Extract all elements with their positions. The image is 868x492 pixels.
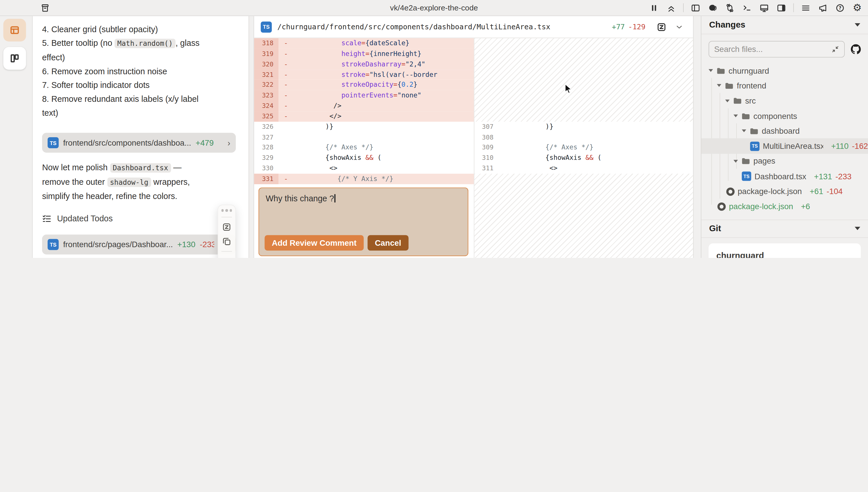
diff-row[interactable]: 328 {/* Axes */} — [254, 143, 473, 153]
line-number[interactable]: 320 — [254, 59, 278, 69]
copy-icon[interactable] — [222, 237, 231, 246]
diff-row[interactable]: 310 {showAxis && ( — [474, 153, 693, 163]
drag-handle[interactable] — [221, 209, 232, 212]
line-number[interactable]: 325 — [254, 111, 278, 122]
typescript-icon: TS — [750, 141, 759, 151]
play-icon[interactable] — [222, 256, 231, 258]
kanban-tab-button[interactable] — [3, 47, 26, 70]
tree-item-multilinearea-tsx[interactable]: TSMultiLineArea.tsx+110-162 — [701, 139, 868, 154]
chat-bubble-icon[interactable] — [707, 3, 718, 13]
panel-left-icon[interactable] — [690, 3, 701, 13]
collapse-up-icon[interactable] — [666, 3, 676, 13]
caret-down-icon[interactable] — [734, 115, 738, 118]
diff-view-icon[interactable] — [222, 222, 231, 231]
pause-icon[interactable] — [649, 3, 659, 13]
tree-item-dashboard-tsx[interactable]: TSDashboard.tsx+131-233 — [701, 169, 868, 184]
diff-row[interactable]: 323- pointerEvents="none" — [254, 90, 473, 101]
diff-row[interactable]: 320- strokeDasharray="2,4" — [254, 59, 473, 69]
line-number[interactable]: 310 — [474, 153, 498, 163]
line-number[interactable]: 319 — [254, 49, 278, 59]
line-number[interactable]: 329 — [254, 153, 278, 163]
terminal-icon[interactable] — [742, 3, 752, 13]
diff-row[interactable]: 319- height={innerHeight} — [254, 49, 473, 59]
line-number[interactable]: 318 — [254, 38, 278, 49]
line-number[interactable]: 309 — [474, 143, 498, 153]
search-files-input[interactable]: Search files... — [709, 41, 845, 57]
tree-item-churnguard[interactable]: churnguard — [701, 63, 868, 78]
gear-icon[interactable]: ⚙ — [852, 3, 863, 13]
diff-row[interactable]: 326 )} — [254, 122, 473, 132]
tree-item-components[interactable]: components — [701, 108, 868, 124]
diff-header: TS /churnguard/frontend/src/components/d… — [254, 16, 693, 38]
diff-row[interactable]: 322- strokeOpacity={0.2} — [254, 80, 473, 90]
diff-row[interactable]: 308 — [474, 132, 693, 143]
caret-down-icon[interactable] — [717, 84, 721, 87]
tree-item-src[interactable]: src — [701, 93, 868, 108]
monitor-icon[interactable] — [759, 3, 769, 13]
line-number[interactable]: 311 — [474, 163, 498, 174]
review-comment-box[interactable]: Why this change ?Add Review CommentCance… — [259, 188, 468, 256]
assistant-numbered-list: 4. Cleaner grid (subtler opacity)5. Bett… — [42, 22, 237, 120]
diff-row[interactable]: 327 — [254, 132, 473, 143]
diff-row[interactable]: 318- scale={dateScale} — [254, 38, 473, 49]
menu-icon[interactable] — [800, 3, 811, 13]
change-marker: - — [278, 80, 293, 90]
diff-row[interactable]: 330 <> — [254, 163, 473, 174]
text-caret — [335, 194, 335, 202]
tree-item-frontend[interactable]: frontend — [701, 78, 868, 93]
cancel-button[interactable]: Cancel — [368, 235, 408, 250]
help-icon[interactable]: ? — [835, 3, 845, 13]
github-cat-icon[interactable] — [850, 44, 861, 55]
line-number[interactable]: 321 — [254, 69, 278, 80]
line-number[interactable]: 327 — [254, 132, 278, 143]
diff-row[interactable]: 321- stroke="hsl(var(--border — [254, 69, 473, 80]
diff-row[interactable]: 309 {/* Axes */} — [474, 143, 693, 153]
diff-row[interactable]: 331- {/* Y Axis */} — [254, 174, 473, 184]
file-name: package-lock.json — [738, 187, 802, 196]
chat-panel: 4. Cleaner grid (subtler opacity)5. Bett… — [32, 16, 249, 258]
diff-row[interactable]: 307 )} — [474, 122, 693, 132]
line-number[interactable]: 324 — [254, 101, 278, 111]
chevron-right-icon: › — [228, 138, 231, 147]
change-marker — [278, 163, 293, 174]
chevron-down-icon[interactable] — [675, 23, 683, 31]
git-repo-card: churnguard main 1 ••• Open PR #7 — [709, 243, 861, 258]
caret-down-icon[interactable] — [709, 69, 713, 72]
file-chip[interactable]: TS frontend/src/pages/Dashboar... +130 -… — [42, 235, 236, 255]
tree-item-dashboard[interactable]: dashboard — [701, 124, 868, 139]
package-lock-icon — [717, 202, 726, 211]
updated-todos-row[interactable]: Updated Todos — [42, 214, 237, 223]
diff-row[interactable]: 325- </> — [254, 111, 473, 122]
megaphone-icon[interactable] — [818, 3, 828, 13]
package-lock-icon — [726, 188, 734, 196]
search-collapse-icon[interactable] — [831, 45, 839, 53]
line-number[interactable]: 330 — [254, 163, 278, 174]
comment-text-input[interactable]: Why this change ? — [259, 188, 467, 208]
diff-row[interactable]: 311 <> — [474, 163, 693, 174]
caret-down-icon[interactable] — [725, 99, 729, 102]
line-number[interactable]: 331 — [254, 174, 278, 184]
git-section-header[interactable]: Git — [701, 220, 868, 238]
line-number[interactable]: 307 — [474, 122, 498, 132]
assistant-message: Now let me polish Dashboard.tsx —remove … — [42, 161, 237, 203]
diff-view-icon[interactable] — [657, 22, 666, 32]
changes-section-header[interactable]: Changes — [701, 16, 868, 34]
diff-row[interactable]: 329 {showAxis && ( — [254, 153, 473, 163]
tree-item-pages[interactable]: pages — [701, 154, 868, 169]
panel-right-icon[interactable] — [776, 3, 787, 13]
tree-item-package-lock-json[interactable]: package-lock.json+61-104 — [701, 184, 868, 199]
git-compare-icon[interactable] — [725, 3, 735, 13]
line-number[interactable]: 323 — [254, 90, 278, 101]
caret-down-icon[interactable] — [742, 130, 746, 132]
tree-item-package-lock-json[interactable]: package-lock.json+6 — [701, 199, 868, 214]
add-review-comment-button[interactable]: Add Review Comment — [264, 235, 364, 250]
file-chip[interactable]: TS frontend/src/components/dashboa... +4… — [42, 133, 236, 153]
archive-icon[interactable] — [40, 3, 50, 13]
line-number[interactable]: 328 — [254, 143, 278, 153]
line-number[interactable]: 322 — [254, 80, 278, 90]
diff-row[interactable]: 324- /> — [254, 101, 473, 111]
line-number[interactable]: 308 — [474, 132, 498, 143]
caret-down-icon[interactable] — [734, 160, 738, 163]
line-number[interactable]: 326 — [254, 122, 278, 132]
layout-tab-button[interactable] — [3, 19, 26, 42]
